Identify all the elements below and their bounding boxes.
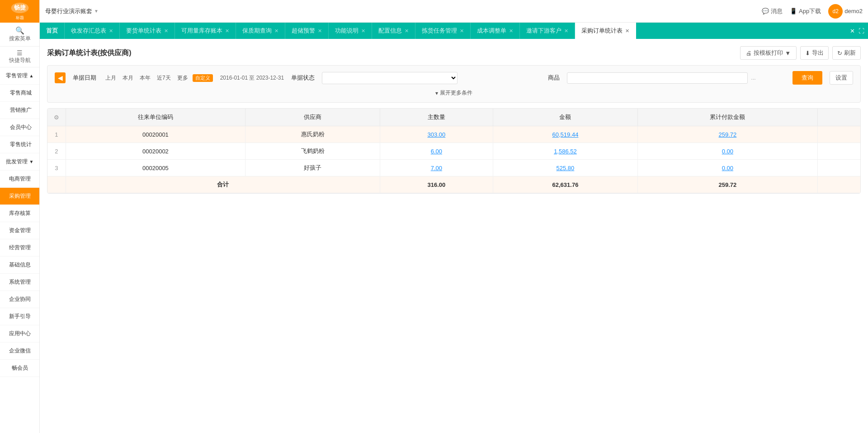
sidebar-item-app-center[interactable]: 应用中心 [0,325,39,343]
tab-close-icon[interactable]: ✕ [274,28,278,34]
user-name: demo2 [844,8,863,14]
sidebar-item-basic[interactable]: 基础信息 [0,257,39,274]
tab-config-info[interactable]: 配置信息 ✕ [372,23,415,39]
filter-row-1: ◀ 单据日期 上月 本月 本年 近7天 更多 自定义 2016-01-01 至 … [55,71,853,85]
tab-close-icon[interactable]: ✕ [318,28,322,34]
row-qty[interactable]: 7.00 [380,160,493,176]
dropdown-icon: ▼ [785,50,791,57]
column-settings-icon[interactable]: ⚙ [54,114,59,121]
tab-cost-adjust[interactable]: 成本调整单 ✕ [471,23,520,39]
sidebar-item-member[interactable]: 会员中心 [0,119,39,136]
tab-purchase-stats-label: 采购订单统计表 [581,27,623,35]
tab-close-icon[interactable]: ✕ [164,28,168,34]
tab-close-icon[interactable]: ✕ [109,28,113,34]
goods-more-icon[interactable]: ... [751,75,756,81]
row-qty[interactable]: 6.00 [380,143,493,160]
tab-expand-icon[interactable]: ⛶ [859,28,864,34]
tab-close-icon[interactable]: ✕ [361,28,365,34]
date-range-display: 2016-01-01 至 2023-12-31 [220,74,284,82]
table-row: 1 00020001 惠氏奶粉 303.00 60,519.44 259.72 [47,126,860,143]
sidebar-item-marketing[interactable]: 营销推广 [0,102,39,119]
date-shortcut-last-month[interactable]: 上月 [104,74,118,82]
footer-label: 合计 [66,176,380,193]
sidebar-item-system[interactable]: 系统管理 [0,274,39,291]
sidebar-item-wholesale[interactable]: 批发管理 ▼ [0,153,39,171]
row-qty[interactable]: 303.00 [380,126,493,143]
sidebar-item-guide[interactable]: 新手引导 [0,308,39,325]
tab-close-icon[interactable]: ✕ [460,28,464,34]
page-inner: 采购订单统计表(按供应商) 🖨 按模板打印 ▼ ⬇ 导出 ↻ 刷新 [40,39,868,433]
tab-close-icon[interactable]: ✕ [564,28,568,34]
date-shortcut-more[interactable]: 更多 [175,74,190,82]
expand-more-button[interactable]: ▾ 展开更多条件 [435,89,472,97]
date-shortcut-this-month[interactable]: 本月 [121,74,135,82]
user-profile[interactable]: d2 demo2 [828,4,863,19]
date-shortcut-this-year[interactable]: 本年 [138,74,152,82]
col-extra [817,109,860,126]
tab-goods-stats[interactable]: 要货单统计表 ✕ [120,23,175,39]
filter-toggle-button[interactable]: ◀ [55,72,66,83]
tab-expiry-query[interactable]: 保质期查询 ✕ [236,23,285,39]
date-shortcut-7days[interactable]: 近7天 [155,74,173,82]
tab-invite-downstream[interactable]: 邀请下游客户 ✕ [520,23,575,39]
sidebar-item-retail-mall[interactable]: 零售商城 [0,85,39,102]
message-button[interactable]: 💬 消息 [762,7,783,15]
sidebar-item-search[interactable]: 🔍 搜索英单 [0,23,39,47]
settings-button[interactable]: 设置 [830,71,853,85]
sidebar-item-retail[interactable]: 零售管理 ▲ [0,67,39,85]
table-row: 2 00020002 飞鹤奶粉 6.00 1,586.52 0.00 [47,143,860,160]
workspace-name: 母婴行业演示账套 [45,7,92,15]
tab-available-stock[interactable]: 可用量库存账本 ✕ [175,23,236,39]
sidebar-item-enterprise[interactable]: 企业协同 [0,291,39,308]
sidebar-item-finance[interactable]: 资金管理 [0,222,39,239]
tab-close-icon[interactable]: ✕ [225,28,229,34]
tab-cost-adjust-label: 成本调整单 [477,27,506,35]
sidebar-item-wechat[interactable]: 企业微信 [0,343,39,360]
tab-pick-task[interactable]: 拣货任务管理 ✕ [415,23,471,39]
app-download-button[interactable]: 📱 App下载 [790,7,821,15]
template-print-button[interactable]: 🖨 按模板打印 ▼ [740,46,797,60]
goods-input[interactable] [567,72,748,84]
sidebar-item-vip[interactable]: 畅会员 [0,360,39,377]
sidebar-item-inventory[interactable]: 库存核算 [0,205,39,222]
row-amount[interactable]: 1,586.52 [493,143,637,160]
row-paid[interactable]: 0.00 [637,160,817,176]
expand-more-row: ▾ 展开更多条件 [55,89,853,97]
tab-close-icon[interactable]: ✕ [405,28,409,34]
sidebar-item-purchase[interactable]: 采购管理 [0,188,39,205]
row-paid[interactable]: 0.00 [637,143,817,160]
row-extra [817,160,860,176]
row-amount[interactable]: 525.80 [493,160,637,176]
export-button[interactable]: ⬇ 导出 [800,46,829,60]
date-filter-label: 单据日期 [73,74,96,82]
refresh-button[interactable]: ↻ 刷新 [832,46,861,60]
footer-extra [817,176,860,193]
date-custom-badge[interactable]: 自定义 [193,74,213,82]
status-select[interactable] [322,72,458,84]
export-icon: ⬇ [805,50,810,57]
tab-close-all-icon[interactable]: ✕ [850,28,855,34]
page-actions: 🖨 按模板打印 ▼ ⬇ 导出 ↻ 刷新 [740,46,861,60]
col-amount: 金额 [493,109,637,126]
tab-overstock-label: 超储预警 [292,27,315,35]
tab-function-desc[interactable]: 功能说明 ✕ [329,23,372,39]
row-amount[interactable]: 60,519.44 [493,126,637,143]
workspace-selector[interactable]: 母婴行业演示账套 ▼ [45,7,99,15]
col-settings: ⚙ [47,109,66,126]
tab-home[interactable]: 首页 [40,23,65,39]
page-title: 采购订单统计表(按供应商) [47,48,132,58]
tab-purchase-stats[interactable]: 采购订单统计表 ✕ [575,23,636,39]
query-button[interactable]: 查询 [793,71,822,85]
tab-receive-summary[interactable]: 收发存汇总表 ✕ [65,23,120,39]
row-paid[interactable]: 259.72 [637,126,817,143]
tab-close-icon[interactable]: ✕ [509,28,513,34]
sidebar-item-retail-stats[interactable]: 零售统计 [0,136,39,153]
sidebar-item-ecommerce[interactable]: 电商管理 [0,171,39,188]
row-supplier: 飞鹤奶粉 [245,143,380,160]
tab-close-icon[interactable]: ✕ [625,28,629,34]
tab-overstock-warning[interactable]: 超储预警 ✕ [285,23,329,39]
sidebar-item-operation[interactable]: 经营管理 [0,239,39,257]
page-content: 采购订单统计表(按供应商) 🖨 按模板打印 ▼ ⬇ 导出 ↻ 刷新 [40,39,868,433]
row-extra [817,143,860,160]
sidebar-item-quick-nav[interactable]: ☰ 快捷导航 [0,47,39,67]
